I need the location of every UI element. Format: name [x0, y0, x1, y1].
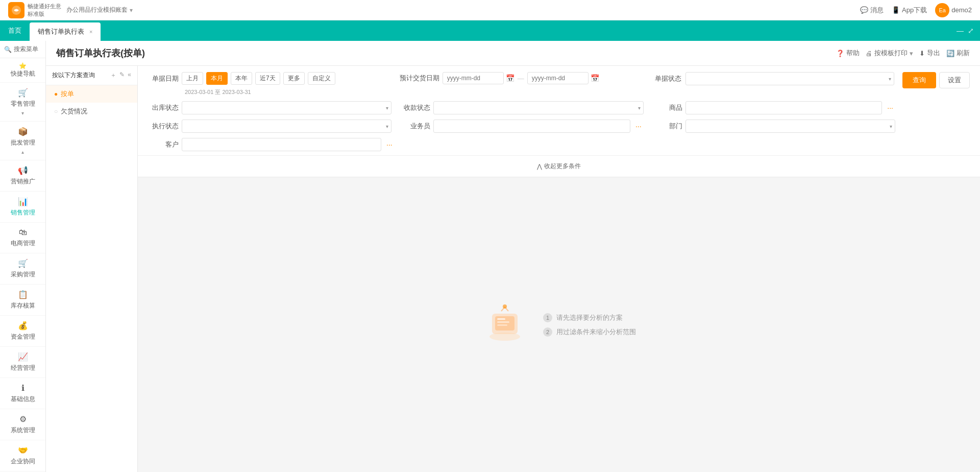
goods-ellipsis[interactable]: ··· [885, 104, 895, 112]
salesperson-input[interactable] [433, 120, 630, 133]
panel-header: 按以下方案查询 ＋ ✎ « [46, 66, 137, 85]
app-download-btn[interactable]: 📱 App下载 [892, 6, 927, 15]
expected-date-end: 📅 [527, 72, 599, 84]
minimize-icon[interactable]: — [957, 27, 964, 35]
exec-status-select[interactable] [182, 120, 391, 133]
sidebar-item-inventory[interactable]: 📋 库存核算 [0, 285, 45, 316]
help-btn[interactable]: ❓ 帮助 [836, 49, 860, 58]
edit-scheme-icon[interactable]: ✎ [119, 71, 125, 80]
calendar-end-icon[interactable]: 📅 [591, 74, 599, 82]
refresh-icon: 🔄 [946, 50, 954, 57]
receipt-status-select[interactable] [433, 101, 643, 114]
sidebar-item-basic-info[interactable]: ℹ 基础信息 [0, 378, 45, 409]
breadcrumb[interactable]: 办公用品行业模拟账套 ▾ [66, 6, 133, 14]
sidebar-item-retail[interactable]: 🛒 零售管理 ▾ [0, 83, 45, 122]
sidebar-item-ecommerce[interactable]: 🛍 电商管理 [0, 223, 45, 253]
avatar: Ea [935, 3, 949, 17]
star-icon: ⭐ [19, 62, 27, 69]
expected-date-end-input[interactable] [527, 72, 589, 84]
scheme-item-by-order[interactable]: ● 按单 [46, 85, 137, 103]
expected-date-start: 📅 [443, 72, 514, 84]
scheme-item-backorder[interactable]: ○ 欠货情况 [46, 103, 137, 120]
customer-input[interactable] [182, 138, 381, 151]
dept-filter: 部门 ▾ [652, 120, 895, 133]
tab-close-icon[interactable]: × [89, 29, 92, 35]
doc-status-filter: 单据状态 ▾ [651, 72, 894, 85]
date-filter-row: 单据日期 上月 本月 本年 近7天 更多 自定义 [148, 72, 391, 85]
sidebar-item-system[interactable]: ⚙ 系统管理 [0, 409, 45, 440]
goods-input[interactable] [685, 101, 883, 114]
print-btn[interactable]: 🖨 按模板打印 ▾ [866, 49, 913, 58]
date-range-display: 2023-03-01 至 2023-03-31 [148, 88, 391, 96]
svg-rect-5 [497, 321, 509, 323]
search-icon: 🔍 [4, 46, 12, 53]
date-options: 上月 本月 本年 近7天 更多 自定义 [182, 72, 335, 85]
svg-rect-6 [497, 324, 507, 326]
operations-icon: 📈 [18, 352, 28, 362]
out-status-label: 出库状态 [148, 103, 179, 112]
inactive-scheme-dot: ○ [54, 108, 58, 115]
empty-tip-2: 2 用过滤条件来缩小分析范围 [543, 327, 636, 337]
tab-sales-exec[interactable]: 销售订单执行表 × [30, 22, 101, 41]
expected-date-start-input[interactable] [443, 72, 504, 84]
exec-status-label: 执行状态 [148, 122, 179, 131]
system-icon: ⚙ [19, 414, 27, 424]
goods-filter: 商品 ··· [652, 101, 895, 114]
receipt-status-select-wrap: ▾ [433, 101, 643, 114]
filter-row-1: 单据日期 上月 本月 本年 近7天 更多 自定义 [138, 66, 980, 96]
sidebar-search[interactable]: 🔍 搜索菜单 [0, 41, 45, 58]
sidebar-item-purchase[interactable]: 🛒 采购管理 [0, 253, 45, 285]
dept-select[interactable] [685, 120, 895, 133]
message-btn[interactable]: 💬 消息 [860, 6, 884, 15]
sidebar-item-sales[interactable]: 📊 销售管理 [0, 192, 45, 223]
sidebar-item-operations[interactable]: 📈 经营管理 [0, 347, 45, 378]
collapse-row: ⋀ 收起更多条件 [138, 155, 980, 177]
collapse-up-icon: ⋀ [537, 163, 542, 170]
collab-icon: 🤝 [18, 445, 28, 455]
collapse-btn[interactable]: ⋀ 收起更多条件 [535, 160, 583, 173]
sidebar-item-finance[interactable]: 💰 资金管理 [0, 316, 45, 347]
refresh-btn[interactable]: 🔄 刷新 [946, 49, 970, 58]
date-btn-last-month[interactable]: 上月 [182, 72, 203, 85]
date-btn-custom[interactable]: 自定义 [308, 72, 335, 85]
sidebar-item-enterprise-collab[interactable]: 🤝 企业协同 [0, 440, 45, 471]
left-panel: 按以下方案查询 ＋ ✎ « ● 按单 ○ 欠货情况 [46, 66, 138, 472]
add-scheme-icon[interactable]: ＋ [110, 71, 116, 80]
sidebar: 🔍 搜索菜单 ⭐ 快捷导航 🛒 零售管理 ▾ 📦 批发管理 ▴ 📢 营销推广 📊… [0, 41, 46, 472]
search-buttons: 查询 设置 [902, 72, 970, 88]
user-avatar[interactable]: Ea demo2 [935, 3, 972, 17]
empty-state-content: 1 请先选择要分析的方案 2 用过滤条件来缩小分析范围 [482, 301, 636, 348]
panel-header-icons: ＋ ✎ « [110, 71, 131, 80]
tab-home[interactable]: 首页 [0, 20, 30, 41]
content-area: 销售订单执行表(按单) ❓ 帮助 🖨 按模板打印 ▾ ⬇ 导出 [46, 41, 980, 472]
empty-tips: 1 请先选择要分析的方案 2 用过滤条件来缩小分析范围 [543, 313, 636, 337]
receipt-status-label: 收款状态 [400, 103, 430, 112]
date-btn-more[interactable]: 更多 [283, 72, 305, 85]
date-btn-this-month[interactable]: 本月 [206, 72, 228, 85]
inventory-icon: 📋 [18, 290, 28, 299]
export-btn[interactable]: ⬇ 导出 [919, 49, 940, 58]
svg-point-7 [503, 304, 507, 309]
marketing-icon: 📢 [18, 166, 28, 175]
logo-text: 畅捷通好生意 标准版 [28, 3, 61, 17]
search-button[interactable]: 查询 [902, 72, 936, 88]
salesperson-ellipsis[interactable]: ··· [633, 122, 644, 130]
logo-icon [8, 2, 24, 18]
customer-ellipsis[interactable]: ··· [384, 140, 395, 149]
sidebar-item-marketing[interactable]: 📢 营销推广 [0, 160, 45, 192]
out-status-select[interactable] [182, 101, 391, 114]
expand-icon[interactable]: ⤢ [968, 27, 974, 35]
svg-rect-4 [497, 318, 505, 320]
calendar-start-icon[interactable]: 📅 [506, 74, 514, 82]
info-icon: ℹ [21, 383, 24, 393]
sidebar-item-wholesale[interactable]: 📦 批发管理 ▴ [0, 122, 45, 160]
purchase-icon: 🛒 [18, 258, 28, 268]
collapse-panel-icon[interactable]: « [128, 71, 131, 80]
settings-button[interactable]: 设置 [939, 72, 970, 88]
date-btn-this-year[interactable]: 本年 [231, 72, 252, 85]
topbar-left: 畅捷通好生意 标准版 办公用品行业模拟账套 ▾ [8, 2, 133, 18]
sidebar-item-quicknav[interactable]: ⭐ 快捷导航 [0, 58, 45, 83]
doc-status-select[interactable] [685, 72, 894, 85]
active-scheme-dot: ● [54, 90, 58, 98]
date-btn-7days[interactable]: 近7天 [255, 72, 280, 85]
